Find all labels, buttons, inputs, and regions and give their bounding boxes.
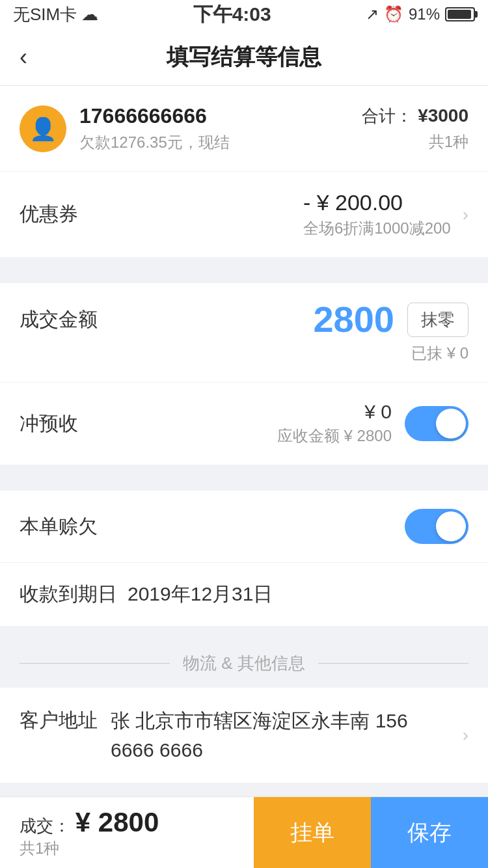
- divider-1: [0, 270, 488, 283]
- coupon-right: - ¥ 200.00 全场6折满1000减200 ›: [303, 190, 468, 239]
- logistics-label: 物流 & 其他信息: [183, 652, 305, 675]
- total-label: 合计：: [362, 106, 413, 126]
- avatar-icon: 👤: [29, 116, 57, 142]
- sim-status: 无SIM卡 ☁: [13, 3, 98, 26]
- status-left: 无SIM卡 ☁: [13, 3, 98, 26]
- debt-toggle[interactable]: [405, 509, 468, 544]
- divider-2: [0, 478, 488, 491]
- coupon-info: - ¥ 200.00 全场6折满1000减200: [303, 190, 451, 239]
- customer-right: 合计： ¥3000 共1种: [362, 105, 468, 152]
- debt-section: 本单赊欠: [0, 491, 488, 562]
- nav-bar: ‹ 填写结算等信息: [0, 29, 488, 86]
- bottom-summary: 成交： ¥ 2800 共1种: [0, 807, 254, 859]
- logistics-line-right: [318, 663, 468, 664]
- transaction-card: 成交金额 2800 抹零 已抹 ¥ 0 冲预收 ¥ 0 应收金额 ¥ 2800: [0, 283, 488, 465]
- location-icon: ↗: [366, 5, 379, 23]
- save-button[interactable]: 保存: [371, 797, 488, 869]
- amount-value: 2800: [313, 301, 394, 338]
- summary-count: 共1种: [20, 838, 234, 859]
- precollect-value: ¥ 0: [277, 401, 392, 423]
- address-label: 客户地址: [20, 706, 98, 734]
- address-section[interactable]: 客户地址 张 北京市市辖区海淀区永丰南 156 6666 6666 ›: [0, 688, 488, 783]
- logistics-line-left: [20, 663, 170, 664]
- status-time: 下午4:03: [193, 1, 271, 28]
- status-right: ↗ ⏰ 91%: [366, 5, 475, 23]
- summary-deal-amount: ¥ 2800: [75, 807, 159, 837]
- debt-toggle-thumb: [436, 511, 466, 541]
- coupon-row[interactable]: 优惠券 - ¥ 200.00 全场6折满1000减200 ›: [0, 171, 488, 257]
- debt-card: 本单赊欠 收款到期日 2019年12月31日: [0, 491, 488, 626]
- avatar: 👤: [20, 105, 66, 152]
- total-line: 合计： ¥3000: [362, 105, 468, 128]
- precollect-toggle[interactable]: [405, 406, 468, 441]
- toggle-thumb: [436, 409, 466, 439]
- hang-button[interactable]: 挂单: [254, 797, 371, 869]
- summary-deal-label: 成交：: [20, 816, 70, 835]
- battery-icon: [445, 7, 475, 21]
- precollect-amount: ¥ 0 应收金额 ¥ 2800: [277, 401, 392, 446]
- amount-section: 成交金额 2800 抹零 已抹 ¥ 0: [0, 283, 488, 382]
- address-card: 客户地址 张 北京市市辖区海淀区永丰南 156 6666 6666 ›: [0, 688, 488, 783]
- back-button[interactable]: ‹: [20, 44, 27, 71]
- status-bar: 无SIM卡 ☁ 下午4:03 ↗ ⏰ 91%: [0, 0, 488, 29]
- address-chevron: ›: [463, 725, 468, 746]
- page-title: 填写结算等信息: [167, 42, 321, 72]
- customer-row: 👤 17666666666 欠款1276.35元，现结 合计： ¥3000 共1…: [0, 86, 488, 171]
- logistics-divider: 物流 & 其他信息: [0, 639, 488, 688]
- already-rounded: 已抹 ¥ 0: [20, 343, 468, 364]
- duedate-label: 收款到期日: [20, 581, 117, 608]
- total-value: ¥3000: [418, 105, 468, 126]
- precollect-right: ¥ 0 应收金额 ¥ 2800: [277, 401, 468, 446]
- amount-row: 成交金额 2800 抹零: [20, 301, 468, 338]
- amount-right: 2800 抹零: [313, 301, 468, 338]
- address-value: 张 北京市市辖区海淀区永丰南 156 6666 6666: [111, 706, 450, 765]
- battery-text: 91%: [409, 5, 440, 23]
- duedate-section: 收款到期日 2019年12月31日: [0, 562, 488, 626]
- receivable-amount: 应收金额 ¥ 2800: [277, 426, 392, 446]
- precollect-section: 冲预收 ¥ 0 应收金额 ¥ 2800: [0, 382, 488, 465]
- coupon-desc: 全场6折满1000减200: [303, 218, 451, 239]
- duedate-value: 2019年12月31日: [128, 581, 273, 608]
- customer-count: 共1种: [362, 131, 468, 152]
- customer-debt: 欠款1276.35元，现结: [79, 132, 230, 153]
- bottom-bar: 成交： ¥ 2800 共1种 挂单 保存: [0, 796, 488, 868]
- bottom-deal-row: 成交： ¥ 2800: [20, 807, 234, 838]
- amount-label: 成交金额: [20, 306, 98, 333]
- customer-left: 👤 17666666666 欠款1276.35元，现结: [20, 104, 230, 153]
- alarm-icon: ⏰: [384, 5, 403, 23]
- customer-phone: 17666666666: [79, 104, 230, 128]
- precollect-row: 冲预收 ¥ 0 应收金额 ¥ 2800: [20, 401, 468, 446]
- customer-info: 17666666666 欠款1276.35元，现结: [79, 104, 230, 153]
- debt-label: 本单赊欠: [20, 513, 98, 540]
- coupon-chevron: ›: [463, 204, 468, 225]
- precollect-label: 冲预收: [20, 411, 78, 437]
- round-button[interactable]: 抹零: [407, 303, 468, 337]
- main-content: 👤 17666666666 欠款1276.35元，现结 合计： ¥3000 共1…: [0, 86, 488, 868]
- coupon-amount: - ¥ 200.00: [303, 190, 451, 215]
- coupon-label: 优惠券: [20, 201, 78, 228]
- customer-card: 👤 17666666666 欠款1276.35元，现结 合计： ¥3000 共1…: [0, 86, 488, 257]
